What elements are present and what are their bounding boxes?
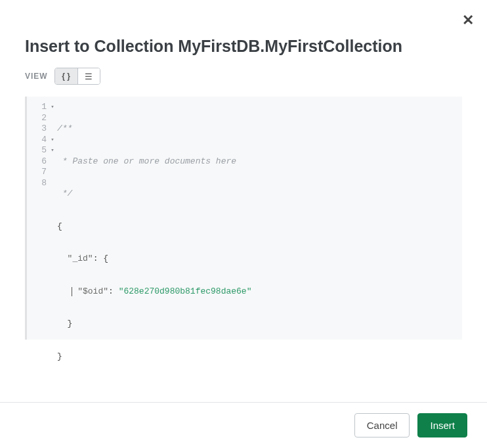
code-token: "628e270d980b81fec98dae6e": [119, 286, 252, 296]
line-number: 8: [27, 178, 47, 189]
view-list-button[interactable]: ☰: [77, 68, 100, 84]
code-token: : {: [93, 254, 108, 263]
code-token: [57, 254, 68, 263]
code-token: [57, 286, 77, 296]
fold-marker: [48, 156, 57, 168]
code-token: :: [108, 286, 119, 296]
code-token: */: [57, 189, 72, 198]
line-number: 7: [27, 167, 47, 178]
view-toggle-group: { } ☰: [54, 68, 100, 85]
cancel-button[interactable]: Cancel: [354, 413, 410, 437]
code-token: "_id": [68, 254, 93, 263]
line-number: 2: [27, 113, 47, 124]
dialog-title: Insert to Collection MyFirstDB.MyFirstCo…: [25, 37, 462, 56]
fold-marker: [48, 167, 57, 178]
line-number: 4: [27, 135, 47, 146]
line-number: 6: [27, 156, 47, 168]
close-icon[interactable]: ✕: [462, 13, 474, 28]
view-label: VIEW: [25, 72, 48, 81]
braces-icon: { }: [62, 72, 70, 81]
code-token: /**: [57, 123, 72, 133]
fold-marker[interactable]: ▾: [48, 102, 57, 113]
code-token: * Paste one or more documents here: [57, 156, 236, 166]
code-area[interactable]: /** * Paste one or more documents here *…: [57, 102, 462, 340]
fold-marker: [48, 178, 57, 189]
line-number: 1: [27, 102, 47, 113]
fold-marker[interactable]: ▾: [48, 135, 57, 146]
fold-marker: [48, 113, 57, 124]
view-json-button[interactable]: { }: [55, 68, 77, 84]
insert-button[interactable]: Insert: [417, 413, 467, 437]
fold-marker: [48, 123, 57, 135]
line-number: 3: [27, 123, 47, 135]
dialog-content: Insert to Collection MyFirstDB.MyFirstCo…: [0, 0, 487, 340]
line-number: 5: [27, 145, 47, 156]
code-token: }: [57, 351, 62, 361]
dialog-footer: Cancel Insert: [0, 402, 487, 448]
fold-gutter: ▾ ▾ ▾: [48, 102, 57, 340]
code-token: {: [57, 221, 62, 231]
line-number-gutter: 1 2 3 4 5 6 7 8: [27, 102, 48, 340]
code-token: }: [57, 319, 72, 328]
code-editor[interactable]: 1 2 3 4 5 6 7 8 ▾ ▾ ▾ /** * Paste one or…: [25, 97, 462, 340]
code-token: "$oid": [77, 286, 108, 296]
view-toggle-row: VIEW { } ☰: [25, 68, 462, 85]
fold-marker[interactable]: ▾: [48, 145, 57, 156]
list-icon: ☰: [85, 72, 93, 81]
